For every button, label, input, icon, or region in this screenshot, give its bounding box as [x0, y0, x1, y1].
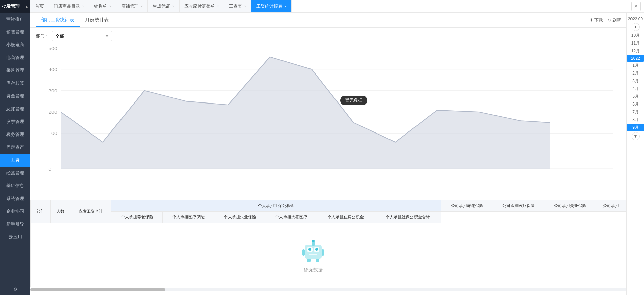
filter-bar: 部门： 全部 [30, 28, 626, 45]
svg-rect-21 [302, 249, 305, 256]
col-personal-medical: 个人承担医疗保险 [163, 212, 214, 223]
sub-tab-department[interactable]: 部门工资统计表 [36, 13, 80, 27]
sidebar-item-系统管理[interactable]: 系统管理 [0, 192, 30, 205]
tl-month-12[interactable]: 12月 [627, 47, 644, 55]
tab-close-门店商品目录[interactable]: × [82, 4, 84, 8]
sidebar-item-总账管理[interactable]: 总账管理 [0, 102, 30, 115]
refresh-icon: ↻ [607, 18, 611, 23]
tab-close-生成凭证[interactable]: × [172, 4, 174, 8]
tab-close-工资表[interactable]: × [244, 4, 246, 8]
tab-close-应收应付调整单[interactable]: × [217, 4, 219, 8]
sidebar-item-企业协同[interactable]: 企业协同 [0, 205, 30, 218]
sidebar-settings[interactable]: ⚙ [0, 283, 30, 295]
svg-rect-24 [316, 259, 319, 262]
close-window-btn[interactable]: ✕ [631, 2, 641, 11]
svg-text:500: 500 [48, 46, 57, 51]
tl-month-2[interactable]: 2月 [627, 69, 644, 77]
col-personal-big-medical: 个人承担大额医疗 [266, 212, 317, 223]
col-company-medical: 公司承担医疗保险 [493, 200, 544, 212]
col-personal-unemployment: 个人承担失业保险 [214, 212, 266, 223]
refresh-btn[interactable]: ↻ 刷新 [607, 17, 621, 23]
tl-month-10[interactable]: 10月 [627, 32, 644, 39]
sidebar-item-营销推广[interactable]: 营销推广 [0, 13, 30, 26]
sub-tabs: 部门工资统计表 月份统计表 ⬇ 下载 ↻ 刷新 [30, 13, 626, 28]
tl-year-2022[interactable]: 2022 [627, 55, 644, 62]
sidebar-item-小畅电商[interactable]: 小畅电商 [0, 38, 30, 51]
sidebar-toggle-icon[interactable]: ▲ [25, 5, 28, 8]
tl-nav-up[interactable]: ▲ [632, 23, 640, 31]
main-area: 首页门店商品目录×销售单×店铺管理×生成凭证×应收应付调整单×工资表×工资统计报… [30, 0, 644, 295]
department-filter-label: 部门： [36, 33, 49, 39]
sidebar-item-税务管理[interactable]: 税务管理 [0, 128, 30, 141]
svg-rect-22 [322, 249, 324, 256]
chart-svg: 500 400 300 200 100 0 [36, 45, 621, 179]
sub-tab-monthly[interactable]: 月份统计表 [80, 13, 114, 27]
svg-text:200: 200 [48, 109, 57, 115]
sidebar-item-经营管理[interactable]: 经营管理 [0, 167, 30, 179]
svg-text:400: 400 [48, 67, 57, 72]
tl-month-8[interactable]: 8月 [627, 116, 644, 124]
tl-month-3[interactable]: 3月 [627, 77, 644, 85]
timeline-panel: 2022.09 ▲ 10月 11月 12月 2022 1月 2月 3月 4月 5… [626, 13, 644, 295]
col-count: 人数 [50, 200, 70, 223]
col-company-pension: 公司承担养老保险 [441, 200, 493, 212]
tab-门店商品目录[interactable]: 门店商品目录× [49, 0, 89, 13]
tl-month-7[interactable]: 7月 [627, 108, 644, 116]
tab-首页[interactable]: 首页 [30, 0, 49, 13]
tl-month-6[interactable]: 6月 [627, 100, 644, 108]
col-company-unemployment: 公司承担失业保险 [544, 200, 596, 212]
col-personal-pension: 个人承担养老保险 [111, 212, 163, 223]
table-scrollbar-thumb[interactable] [30, 288, 165, 291]
no-data-text: 暂无数据 [44, 267, 582, 273]
tab-bar-end: ✕ [630, 2, 644, 11]
tl-month-9[interactable]: 9月 [627, 124, 644, 131]
svg-rect-13 [305, 245, 322, 259]
sidebar-item-电商管理[interactable]: 电商管理 [0, 51, 30, 64]
tab-工资统计报表[interactable]: 工资统计报表× [251, 0, 292, 13]
sidebar-item-采购管理[interactable]: 采购管理 [0, 64, 30, 77]
sidebar-item-工资[interactable]: 工资 [0, 154, 30, 167]
sidebar-item-基础信息[interactable]: 基础信息 [0, 179, 30, 192]
col-personal-housing: 个人承担住房公积金 [317, 212, 374, 223]
download-btn[interactable]: ⬇ 下载 [589, 17, 603, 23]
stats-table: 部门 人数 应发工资合计 个人承担社保公积金 公司承担养老保险 公司承担医疗保险… [30, 200, 626, 287]
tab-bar: 首页门店商品目录×销售单×店铺管理×生成凭证×应收应付调整单×工资表×工资统计报… [30, 0, 644, 13]
tl-month-4[interactable]: 4月 [627, 85, 644, 93]
no-data-icon [300, 237, 327, 264]
col-department: 部门 [31, 200, 51, 223]
sidebar-item-资金管理[interactable]: 资金管理 [0, 90, 30, 102]
tab-店铺管理[interactable]: 店铺管理× [116, 0, 148, 13]
tl-month-1[interactable]: 1月 [627, 62, 644, 69]
sidebar: 批发管理 ▲ 营销推广销售管理小畅电商电商管理采购管理库存核算资金管理总账管理发… [0, 0, 30, 295]
col-personal-total: 个人承担社保公积金合计 [374, 212, 441, 223]
svg-point-17 [315, 248, 318, 251]
tl-month-11[interactable]: 11月 [627, 39, 644, 47]
svg-text:300: 300 [48, 88, 57, 93]
tab-close-店铺管理[interactable]: × [141, 4, 143, 8]
tab-生成凭证[interactable]: 生成凭证× [148, 0, 179, 13]
tab-销售单[interactable]: 销售单× [89, 0, 116, 13]
tl-month-5[interactable]: 5月 [627, 93, 644, 100]
sidebar-item-新手引导[interactable]: 新手引导 [0, 218, 30, 231]
tab-close-销售单[interactable]: × [109, 4, 111, 8]
department-filter-select[interactable]: 全部 [52, 31, 112, 41]
sidebar-item-固定资产[interactable]: 固定资产 [0, 141, 30, 154]
tab-应收应付调整单[interactable]: 应收应付调整单× [180, 0, 224, 13]
col-total-wage: 应发工资合计 [70, 200, 111, 223]
no-data-row: 暂无数据 [31, 223, 626, 287]
sidebar-item-云应用[interactable]: 云应用 [0, 231, 30, 243]
sidebar-header[interactable]: 批发管理 ▲ [0, 0, 30, 13]
tl-nav-down[interactable]: ▼ [632, 132, 640, 140]
tab-工资表[interactable]: 工资表× [224, 0, 251, 13]
tab-close-工资统计报表[interactable]: × [285, 4, 287, 8]
sidebar-item-库存核算[interactable]: 库存核算 [0, 77, 30, 90]
download-icon: ⬇ [589, 18, 593, 23]
sidebar-item-销售管理[interactable]: 销售管理 [0, 26, 30, 38]
chart-wrap: 500 400 300 200 100 0 [36, 45, 621, 179]
svg-rect-23 [307, 259, 311, 262]
chart-tooltip: 暂无数据 [340, 96, 367, 105]
tl-year-label[interactable]: 2022.09 [627, 16, 643, 22]
sidebar-item-发票管理[interactable]: 发票管理 [0, 115, 30, 128]
table-area[interactable]: 部门 人数 应发工资合计 个人承担社保公积金 公司承担养老保险 公司承担医疗保险… [30, 200, 626, 295]
svg-text:100: 100 [48, 131, 57, 136]
